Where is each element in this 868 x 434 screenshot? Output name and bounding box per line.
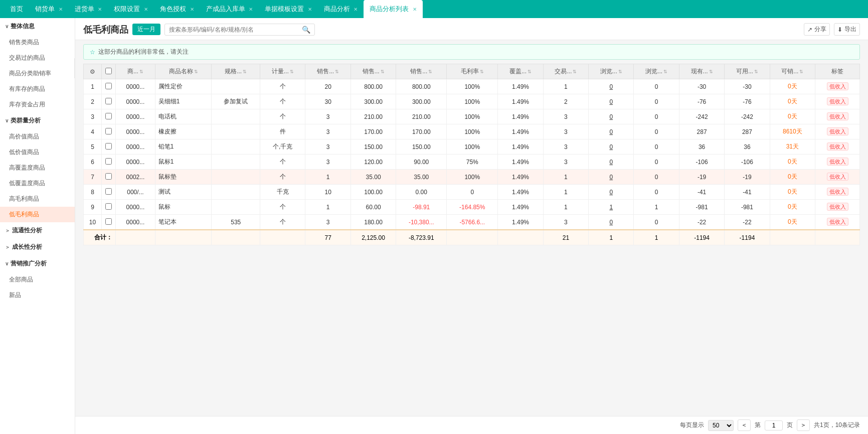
row-browse1[interactable]: 0 [589,79,634,94]
sidebar-group-cluster[interactable]: ∨ 类群量分析 [0,112,75,129]
sidebar-item-high-coverage[interactable]: 高覆盖度商品 [0,160,75,176]
close-icon[interactable]: ✕ [98,7,102,12]
sidebar-item-high-value[interactable]: 高价值商品 [0,129,75,144]
close-icon[interactable]: ✕ [354,7,358,12]
sidebar-item-capital[interactable]: 库存资金占用 [0,97,75,112]
row-browse1[interactable]: 0 [589,139,634,155]
nav-permission[interactable]: 权限设置 ✕ [108,0,154,18]
code-column-header[interactable]: 商...⇅ [116,64,155,79]
row-browse1[interactable]: 0 [589,94,634,109]
row-spec [212,170,260,185]
low-income-tag: 低收入 [827,82,848,90]
warning-text: 这部分商品的利润非常低，请关注 [98,48,189,56]
row-spec [212,139,260,155]
close-icon[interactable]: ✕ [144,7,148,12]
coverage-column-header[interactable]: 覆盖...⇅ [498,64,543,79]
row-check[interactable] [102,109,116,124]
nav-role[interactable]: 角色授权 ✕ [154,0,200,18]
row-browse1[interactable]: 0 [589,109,634,124]
row-check[interactable] [102,139,116,155]
prev-page-button[interactable]: ＜ [738,419,751,431]
share-button[interactable]: ↗ 分享 [804,23,830,36]
row-check[interactable] [102,215,116,230]
row-name: 橡皮擦 [155,124,212,139]
sidebar-item-low-coverage[interactable]: 低覆盖度商品 [0,176,75,191]
sidebar-item-sales-goods[interactable]: 销售类商品 [0,35,75,50]
next-page-button[interactable]: ＞ [797,419,810,431]
settings-column-header[interactable]: ⚙ [84,64,102,79]
sidebar-item-high-margin[interactable]: 高毛利商品 [0,191,75,207]
unit-column-header[interactable]: 计量...⇅ [260,64,305,79]
nav-product-entry[interactable]: 产成品入库单 ✕ [200,0,259,18]
row-browse2: 0 [634,109,679,124]
search-input[interactable] [169,26,302,33]
sidebar-group-overall[interactable]: ∨ 整体信息 [0,18,75,35]
sidebar-item-low-margin[interactable]: 低毛利商品 [0,207,75,222]
row-saleable: 0天 [770,215,815,230]
page-number-input[interactable] [765,420,783,430]
sales-profit-column-header[interactable]: 销售...⇅ [396,64,447,79]
sidebar-item-low-value[interactable]: 低价值商品 [0,144,75,160]
check-column-header[interactable] [102,64,116,79]
row-sales-amount: 300.00 [351,94,396,109]
close-icon[interactable]: ✕ [308,7,312,12]
row-check[interactable] [102,124,116,139]
export-button[interactable]: ⬇ 导出 [834,23,860,36]
available-column-header[interactable]: 可用...⇅ [725,64,770,79]
table-row: 1 0000... 属性定价 个 20 800.00 800.00 100% 1… [84,79,860,94]
row-check[interactable] [102,94,116,109]
row-browse1[interactable]: 0 [589,170,634,185]
sidebar-group-growth[interactable]: ＞ 成长性分析 [0,239,75,255]
nav-analysis-list[interactable]: 商品分析列表 ✕ [364,0,423,18]
row-browse1[interactable]: 0 [589,124,634,139]
nav-home[interactable]: 首页 [4,0,29,18]
sidebar-item-traded-goods[interactable]: 交易过的商品 [0,50,75,66]
table-wrapper[interactable]: ⚙ 商...⇅ 商品名称⇅ 规格...⇅ 计量...⇅ 销售...⇅ 销售...… [75,64,868,416]
search-icon[interactable]: 🔍 [302,26,310,34]
row-transaction: 3 [543,215,588,230]
tag-column-header[interactable]: 标签 [815,64,860,79]
nav-template[interactable]: 单据模板设置 ✕ [259,0,318,18]
row-sales-qty: 3 [305,215,351,230]
row-num: 3 [84,109,102,124]
per-page-select[interactable]: 50 20 100 [708,420,734,431]
row-check[interactable] [102,155,116,170]
sidebar-item-category-rate[interactable]: 商品分类助销率 [0,66,75,81]
row-browse1[interactable]: 0 [589,155,634,170]
filter-recent-month-button[interactable]: 近一月 [132,24,160,35]
sidebar-group-overall-label: 整体信息 [11,22,35,31]
row-check[interactable] [102,200,116,215]
current-stock-column-header[interactable]: 现有...⇅ [679,64,724,79]
sales-qty-column-header[interactable]: 销售...⇅ [305,64,351,79]
close-icon[interactable]: ✕ [249,7,253,12]
close-icon[interactable]: ✕ [59,7,63,12]
row-sales-profit: 0.00 [396,185,447,200]
nav-sales[interactable]: 销货单 ✕ [29,0,69,18]
sidebar-item-new-goods[interactable]: 新品 [0,287,75,303]
sidebar-group-marketing[interactable]: ∨ 营销推广分析 [0,255,75,272]
sidebar-group-circulation[interactable]: ＞ 流通性分析 [0,222,75,239]
sales-amount-column-header[interactable]: 销售...⇅ [351,64,396,79]
browse1-column-header[interactable]: 浏览...⇅ [589,64,634,79]
saleable-column-header[interactable]: 可销...⇅ [770,64,815,79]
sidebar-item-all-goods[interactable]: 全部商品 [0,272,75,287]
row-browse1[interactable]: 0 [589,215,634,230]
row-check[interactable] [102,79,116,94]
name-column-header[interactable]: 商品名称⇅ [155,64,212,79]
browse2-column-header[interactable]: 浏览...⇅ [634,64,679,79]
nav-analysis[interactable]: 商品分析 ✕ [318,0,364,18]
row-gross-margin: -5766.6... [447,215,498,230]
sidebar-item-in-stock[interactable]: 有库存的商品 [0,81,75,97]
spec-column-header[interactable]: 规格...⇅ [212,64,260,79]
row-browse1[interactable]: 1 [589,200,634,215]
nav-purchase[interactable]: 进货单 ✕ [69,0,108,18]
gross-margin-column-header[interactable]: 毛利率⇅ [447,64,498,79]
select-all-checkbox[interactable] [105,68,112,74]
row-check[interactable] [102,170,116,185]
close-icon[interactable]: ✕ [190,7,194,12]
close-icon[interactable]: ✕ [413,7,417,12]
transaction-column-header[interactable]: 交易...⇅ [543,64,588,79]
row-check[interactable] [102,185,116,200]
row-browse1[interactable]: 0 [589,185,634,200]
row-num: 6 [84,155,102,170]
